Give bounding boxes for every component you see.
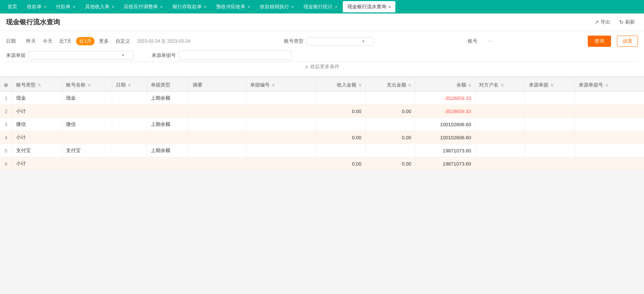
chevron-up-icon: ∧ xyxy=(305,64,309,70)
data-table: ⚙ 账号类型 ⇅ 账号名称 ⇅ 日期 ⇅ 单据类型 摘要 xyxy=(0,79,644,170)
sort-icon-doc-no[interactable]: ⇅ xyxy=(272,83,275,87)
table-row: 1 现金 现金 上期余额 -3528659.33 xyxy=(0,92,644,105)
nav-tab-close-2[interactable]: × xyxy=(112,4,114,9)
cell-date xyxy=(112,105,147,118)
cell-counterpart xyxy=(475,144,525,157)
cell-no: 4 xyxy=(0,131,12,144)
sort-icon-income[interactable]: ⇅ xyxy=(359,83,362,87)
cell-account-type: 小计 xyxy=(12,157,62,170)
cell-source-doc xyxy=(525,105,575,118)
source-doc-no-input[interactable] xyxy=(179,51,291,60)
refresh-label: 刷新 xyxy=(625,19,635,25)
nav-tab-close-7[interactable]: × xyxy=(335,4,337,9)
nav-tab-4[interactable]: 银行存取款单 × xyxy=(168,1,211,12)
source-doc-select[interactable] xyxy=(29,51,134,60)
nav-tab-2[interactable]: 其他收入单 × xyxy=(81,1,119,12)
col-settings[interactable]: ⚙ xyxy=(0,79,12,92)
refresh-button[interactable]: ↻ 刷新 xyxy=(616,17,638,27)
date-opt-yesterday[interactable]: 昨天 xyxy=(24,37,38,45)
nav-tab-5[interactable]: 预收冲应收单 × xyxy=(212,1,254,12)
nav-tab-3[interactable]: 应收应付调整单 × xyxy=(119,1,167,12)
table-row: 2 小计 0.00 0.00 -3528659.33 xyxy=(0,105,644,118)
cell-summary xyxy=(189,131,246,144)
cell-counterpart xyxy=(475,131,525,144)
page-title: 现金银行流水查询 xyxy=(6,18,60,27)
date-opt-more[interactable]: 更多 xyxy=(97,37,111,45)
nav-tab-label-3: 应收应付调整单 xyxy=(124,3,158,10)
cell-income: 0.00 xyxy=(315,131,365,144)
header-actions: ↗ 导出 ↻ 刷新 xyxy=(591,17,638,27)
col-account-type: 账号类型 ⇅ xyxy=(12,79,62,92)
date-label: 日期 xyxy=(6,38,21,45)
date-opt-7days[interactable]: 近7天 xyxy=(57,37,74,45)
nav-tab-close-8[interactable]: × xyxy=(389,4,391,9)
cell-doc-type xyxy=(147,131,189,144)
date-opt-custom[interactable]: 自定义 xyxy=(113,37,132,45)
cell-balance: -3528659.33 xyxy=(415,92,475,105)
date-opt-1month[interactable]: 近1月 xyxy=(76,37,95,45)
query-button[interactable]: 查询 xyxy=(588,36,611,47)
nav-tab-close-5[interactable]: × xyxy=(248,4,250,9)
nav-tab-label-0: 收款单 xyxy=(27,3,42,10)
cell-expense xyxy=(365,144,415,157)
nav-tab-6[interactable]: 收款核销执行 × xyxy=(255,1,298,12)
cell-summary xyxy=(189,92,246,105)
cell-counterpart xyxy=(475,92,525,105)
col-expense: 支出金额 ⇅ xyxy=(365,79,415,92)
nav-tab-label-1: 付款单 xyxy=(56,3,71,10)
nav-tab-8[interactable]: 现金银行流水查询 × xyxy=(343,1,395,12)
sort-icon-account-type[interactable]: ⇅ xyxy=(38,83,41,87)
nav-tab-label-7: 现金银行统计 xyxy=(303,3,333,10)
cell-doc-type: 上期余额 xyxy=(147,144,189,157)
cell-balance: 19871073.60 xyxy=(415,144,475,157)
nav-tab-close-3[interactable]: × xyxy=(160,4,162,9)
cell-balance: -3528659.33 xyxy=(415,105,475,118)
account-type-select[interactable] xyxy=(306,37,374,46)
cell-no: 1 xyxy=(0,92,12,105)
cell-counterpart xyxy=(475,157,525,170)
cell-income xyxy=(315,144,365,157)
col-doc-type-label: 单据类型 xyxy=(151,82,170,88)
col-counterpart: 对方户名 ⇅ xyxy=(475,79,525,92)
settings-button[interactable]: 设置 xyxy=(617,36,638,47)
sort-icon-source-doc-no[interactable]: ⇅ xyxy=(605,83,608,87)
cell-doc-no xyxy=(246,118,315,131)
col-date: 日期 ⇅ xyxy=(112,79,147,92)
nav-tab-0[interactable]: 收款单 × xyxy=(23,1,51,12)
sort-icon-account-name[interactable]: ⇅ xyxy=(88,83,91,87)
nav-tab-label-4: 银行存取款单 xyxy=(173,3,202,10)
sort-icon-source-doc[interactable]: ⇅ xyxy=(551,83,554,87)
sort-icon-date[interactable]: ⇅ xyxy=(128,83,131,87)
cell-income xyxy=(315,92,365,105)
nav-tab-label-8: 现金银行流水查询 xyxy=(347,3,386,10)
nav-tab-close-6[interactable]: × xyxy=(291,4,294,9)
nav-home[interactable]: 首页 xyxy=(3,1,22,12)
date-opt-today[interactable]: 今天 xyxy=(41,37,55,45)
cell-expense xyxy=(365,118,415,131)
nav-tab-7[interactable]: 现金银行统计 × xyxy=(299,1,342,12)
nav-tab-label-6: 收款核销执行 xyxy=(260,3,289,10)
top-nav: 首页 收款单 × 付款单 × 其他收入单 × 应收应付调整单 × 银行存取款单 … xyxy=(0,0,644,13)
sort-icon-expense[interactable]: ⇅ xyxy=(408,83,411,87)
sort-icon-balance[interactable]: ⇅ xyxy=(468,83,471,87)
cell-source-doc xyxy=(525,131,575,144)
cell-account-name xyxy=(62,105,112,118)
collapse-conditions-btn[interactable]: ∧ 收起更多条件 xyxy=(6,61,638,72)
col-income-label: 收入金额 xyxy=(337,82,356,88)
col-date-label: 日期 xyxy=(116,82,126,88)
date-options: 昨天 今天 近7天 近1月 更多 自定义 xyxy=(24,37,132,45)
nav-tab-close-1[interactable]: × xyxy=(73,4,75,9)
nav-tab-close-0[interactable]: × xyxy=(44,4,46,9)
col-source-doc-label: 来源单据 xyxy=(529,82,548,88)
export-icon: ↗ xyxy=(594,19,599,25)
nav-tab-1[interactable]: 付款单 × xyxy=(51,1,80,12)
sort-icon-counterpart[interactable]: ⇅ xyxy=(501,83,504,87)
col-account-name-label: 账号名称 xyxy=(66,82,86,88)
nav-tab-close-4[interactable]: × xyxy=(204,4,206,9)
filter-row-2: 来源单据 来源单据号 xyxy=(6,51,638,60)
export-button[interactable]: ↗ 导出 xyxy=(591,17,613,27)
cell-doc-type xyxy=(147,105,189,118)
cell-date xyxy=(112,92,147,105)
settings-icon[interactable]: ⚙ xyxy=(4,82,8,88)
account-ellipsis[interactable]: ··· xyxy=(486,38,494,45)
